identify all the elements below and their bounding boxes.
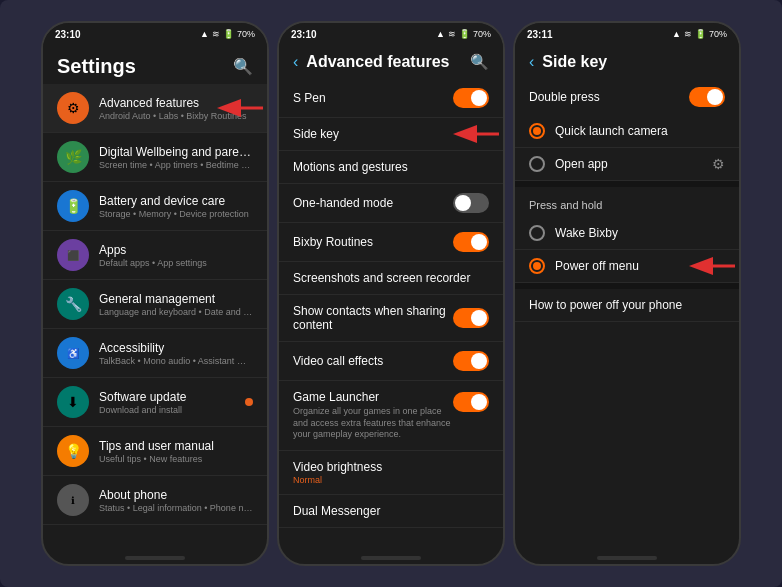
screenshots-label: Screenshots and screen recorder: [293, 271, 489, 285]
bixby-toggle[interactable]: [453, 232, 489, 252]
tips-text-group: Tips and user manual Useful tips • New f…: [99, 439, 253, 464]
tips-label: Tips and user manual: [99, 439, 253, 453]
home-indicator-2: [361, 556, 421, 560]
advanced-item-videocall[interactable]: Video call effects: [279, 342, 503, 381]
gear-icon[interactable]: ⚙: [712, 156, 725, 172]
advanced-item-motions[interactable]: Motions and gestures: [279, 151, 503, 184]
accessibility-sub: TalkBack • Mono audio • Assistant menu: [99, 356, 253, 366]
settings-item-about[interactable]: ℹ About phone Status • Legal information…: [43, 476, 267, 525]
videocall-toggle[interactable]: [453, 351, 489, 371]
advanced-features-icon: ⚙: [57, 92, 89, 124]
radio-wake-bixby[interactable]: Wake Bixby: [515, 217, 739, 250]
settings-title: Settings: [57, 55, 136, 78]
gamelauncher-sub: Organize all your games in one place and…: [293, 406, 453, 441]
gamelauncher-label: Game Launcher: [293, 390, 453, 404]
videobrightness-label: Video brightness: [293, 460, 489, 474]
onehanded-toggle[interactable]: [453, 193, 489, 213]
advanced-item-screenshots[interactable]: Screenshots and screen recorder: [279, 262, 503, 295]
radio-quick-launch-label: Quick launch camera: [555, 124, 725, 138]
battery-sub: Storage • Memory • Device protection: [99, 209, 253, 219]
advanced-item-dualmessenger[interactable]: Dual Messenger: [279, 495, 503, 528]
advanced-item-onehanded[interactable]: One-handed mode: [279, 184, 503, 223]
search-icon-1[interactable]: 🔍: [233, 57, 253, 76]
settings-item-digital-wellbeing[interactable]: 🌿 Digital Wellbeing and parental control…: [43, 133, 267, 182]
software-sub: Download and install: [99, 405, 241, 415]
press-hold-header: Press and hold: [515, 187, 739, 217]
radio-open-app-circle[interactable]: [529, 156, 545, 172]
radio-wake-bixby-circle[interactable]: [529, 225, 545, 241]
press-hold-label: Press and hold: [529, 199, 602, 211]
contacts-label: Show contacts when sharing content: [293, 304, 453, 332]
radio-quick-launch[interactable]: Quick launch camera: [515, 115, 739, 148]
radio-quick-launch-circle[interactable]: [529, 123, 545, 139]
advanced-item-spen[interactable]: S Pen: [279, 79, 503, 118]
double-press-toggle[interactable]: [689, 87, 725, 107]
settings-item-advanced-features[interactable]: ⚙ Advanced features Android Auto • Labs …: [43, 84, 267, 133]
settings-item-tips[interactable]: 💡 Tips and user manual Useful tips • New…: [43, 427, 267, 476]
tips-sub: Useful tips • New features: [99, 454, 253, 464]
battery-text-1: 70%: [237, 29, 255, 39]
radio-power-off-circle[interactable]: [529, 258, 545, 274]
signal-icon-3: ▲: [672, 29, 681, 39]
radio-open-app-label: Open app: [555, 157, 712, 171]
status-icons-3: ▲ ≋ 🔋 70%: [672, 29, 727, 39]
settings-item-software[interactable]: ⬇ Software update Download and install: [43, 378, 267, 427]
videocall-label: Video call effects: [293, 354, 453, 368]
search-icon-2[interactable]: 🔍: [470, 53, 489, 71]
battery-icon-1: 🔋: [223, 29, 234, 39]
status-bar-2: 23:10 ▲ ≋ 🔋 70%: [279, 23, 503, 45]
settings-item-battery[interactable]: 🔋 Battery and device care Storage • Memo…: [43, 182, 267, 231]
apps-label: Apps: [99, 243, 253, 257]
settings-item-accessibility[interactable]: ♿ Accessibility TalkBack • Mono audio • …: [43, 329, 267, 378]
back-button-2[interactable]: ‹: [293, 53, 298, 71]
side-key-header: ‹ Side key: [515, 45, 739, 79]
advanced-item-videobrightness[interactable]: Video brightness Normal: [279, 451, 503, 495]
settings-item-general[interactable]: 🔧 General management Language and keyboa…: [43, 280, 267, 329]
gamelauncher-toggle[interactable]: [453, 392, 489, 412]
advanced-item-sidekey[interactable]: Side key: [279, 118, 503, 151]
status-icons-1: ▲ ≋ 🔋 70%: [200, 29, 255, 39]
advanced-item-bixby[interactable]: Bixby Routines: [279, 223, 503, 262]
side-key-screen[interactable]: ‹ Side key Double press Quick launch cam…: [515, 45, 739, 552]
wifi-icon-1: ≋: [212, 29, 220, 39]
time-2: 23:10: [291, 29, 317, 40]
settings-screen[interactable]: Settings 🔍 ⚙ Advanced features Android A…: [43, 45, 267, 552]
advanced-features-screen[interactable]: ‹ Advanced features 🔍 S Pen Side key: [279, 45, 503, 552]
red-arrow-2: [451, 120, 501, 148]
general-icon: 🔧: [57, 288, 89, 320]
digital-wellbeing-text: Digital Wellbeing and parental controls …: [99, 145, 253, 170]
update-badge: [245, 398, 253, 406]
how-to-power-item[interactable]: How to power off your phone: [515, 289, 739, 322]
bixby-label: Bixby Routines: [293, 235, 453, 249]
advanced-item-contacts[interactable]: Show contacts when sharing content: [279, 295, 503, 342]
back-button-3[interactable]: ‹: [529, 53, 534, 71]
radio-open-app[interactable]: Open app ⚙: [515, 148, 739, 181]
radio-power-off[interactable]: Power off menu: [515, 250, 739, 283]
red-arrow-1: [215, 93, 265, 123]
side-key-title: Side key: [542, 53, 725, 71]
accessibility-label: Accessibility: [99, 341, 253, 355]
radio-wake-bixby-label: Wake Bixby: [555, 226, 725, 240]
double-press-row[interactable]: Double press: [515, 79, 739, 115]
digital-wellbeing-icon: 🌿: [57, 141, 89, 173]
spen-toggle[interactable]: [453, 88, 489, 108]
onehanded-label: One-handed mode: [293, 196, 453, 210]
advanced-item-gamelauncher[interactable]: Game Launcher Organize all your games in…: [279, 381, 503, 451]
apps-icon: ⬛: [57, 239, 89, 271]
signal-icon-2: ▲: [436, 29, 445, 39]
battery-icon-2: 🔋: [459, 29, 470, 39]
about-sub: Status • Legal information • Phone name: [99, 503, 253, 513]
status-icons-2: ▲ ≋ 🔋 70%: [436, 29, 491, 39]
advanced-features-header: ‹ Advanced features 🔍: [279, 45, 503, 79]
battery-text-3: 70%: [709, 29, 727, 39]
general-label: General management: [99, 292, 253, 306]
dualmessenger-label: Dual Messenger: [293, 504, 489, 518]
contacts-toggle[interactable]: [453, 308, 489, 328]
apps-sub: Default apps • App settings: [99, 258, 253, 268]
advanced-features-title: Advanced features: [306, 53, 470, 71]
screenshot-container: 23:10 ▲ ≋ 🔋 70% Settings 🔍 ⚙ Advanced fe…: [0, 0, 782, 587]
time-3: 23:11: [527, 29, 553, 40]
phone-side-key: 23:11 ▲ ≋ 🔋 70% ‹ Side key Double press …: [513, 21, 741, 566]
red-arrow-3: [687, 252, 737, 280]
settings-item-apps[interactable]: ⬛ Apps Default apps • App settings: [43, 231, 267, 280]
